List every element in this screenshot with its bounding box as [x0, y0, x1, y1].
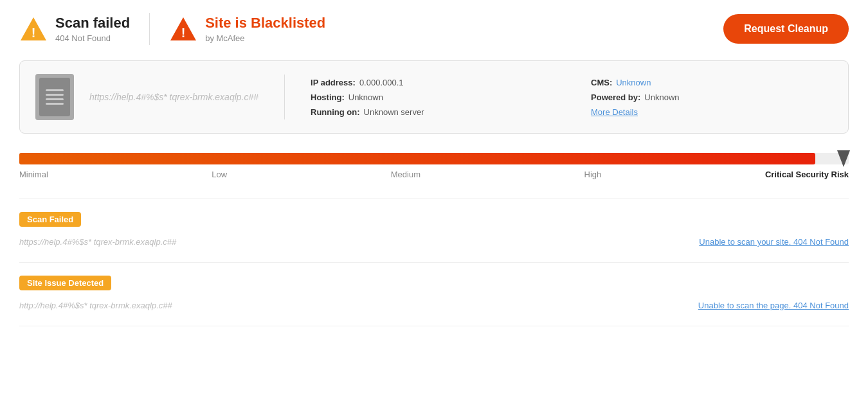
- site-url-block: https://help.4#%$s* tqrex-brmk.exaqlp.c#…: [89, 92, 258, 102]
- risk-label-low: Low: [212, 170, 227, 179]
- scan-failed-text: Scan failed 404 Not Found: [55, 15, 130, 42]
- issues-section: Scan Failed https://help.4#%$s* tqrex-br…: [19, 199, 849, 326]
- hosting-row: Hosting: Unknown: [311, 93, 552, 102]
- ip-label: IP address:: [311, 78, 356, 87]
- scan-failed-subtitle: 404 Not Found: [55, 33, 130, 43]
- more-details-link[interactable]: More Details: [591, 107, 638, 117]
- svg-text:!: !: [181, 26, 186, 40]
- powered-by-label: Powered by:: [591, 93, 640, 102]
- cms-value: Unknown: [616, 78, 651, 87]
- header-divider: [149, 13, 150, 45]
- hosting-value: Unknown: [348, 93, 383, 102]
- scan-failed-url: https://help.4#%$s* tqrex-brmk.exaqlp.c#…: [19, 237, 176, 247]
- ip-value: 0.000.000.1: [359, 78, 404, 87]
- scan-failed-block: ! Scan failed 404 Not Found: [19, 15, 130, 43]
- risk-label-minimal: Minimal: [19, 170, 48, 179]
- site-issue-url: http://help.4#%$s* tqrex-brmk.exaqlp.c##: [19, 301, 172, 310]
- svg-text:!: !: [32, 26, 36, 40]
- risk-label-critical: Critical Security Risk: [765, 170, 849, 179]
- running-on-value: Unknown server: [364, 107, 424, 117]
- site-document-icon: [35, 74, 74, 120]
- site-issue-link[interactable]: Unable to scan the page. 404 Not Found: [698, 301, 849, 310]
- blacklisted-subtitle: by McAfee: [205, 33, 325, 43]
- scan-failed-badge: Scan Failed: [19, 212, 81, 227]
- risk-bar-indicator: [837, 150, 850, 167]
- scan-failed-issue-row: https://help.4#%$s* tqrex-brmk.exaqlp.c#…: [19, 234, 849, 249]
- risk-bar-section: Minimal Low Medium High Critical Securit…: [19, 153, 849, 179]
- blacklisted-title: Site is Blacklisted: [205, 15, 325, 31]
- warning-red-icon: !: [169, 15, 197, 43]
- blacklisted-block: ! Site is Blacklisted by McAfee: [169, 15, 325, 43]
- header-left: ! Scan failed 404 Not Found ! Site is Bl…: [19, 13, 325, 45]
- hosting-label: Hosting:: [311, 93, 345, 102]
- site-info-card: https://help.4#%$s* tqrex-brmk.exaqlp.c#…: [19, 60, 849, 134]
- risk-bar-track: [19, 153, 849, 164]
- site-issue-row: http://help.4#%$s* tqrex-brmk.exaqlp.c##…: [19, 298, 849, 313]
- blacklisted-text: Site is Blacklisted by McAfee: [205, 15, 325, 42]
- powered-by-value: Unknown: [644, 93, 679, 102]
- powered-by-row: Powered by: Unknown: [591, 93, 833, 102]
- running-on-label: Running on:: [311, 107, 360, 117]
- scan-failed-issue-link[interactable]: Unable to scan your site. 404 Not Found: [699, 237, 849, 247]
- more-details-row[interactable]: More Details: [591, 107, 833, 117]
- cms-row: CMS: Unknown: [591, 78, 833, 87]
- scan-failed-title: Scan failed: [55, 15, 130, 31]
- risk-bar-fill: [19, 153, 815, 164]
- issue-scan-failed: Scan Failed https://help.4#%$s* tqrex-br…: [19, 199, 849, 262]
- ip-row: IP address: 0.000.000.1: [311, 78, 552, 87]
- risk-labels: Minimal Low Medium High Critical Securit…: [19, 170, 849, 179]
- site-meta-grid: IP address: 0.000.000.1 CMS: Unknown Hos…: [311, 78, 833, 117]
- risk-label-high: High: [584, 170, 602, 179]
- card-divider: [284, 75, 285, 119]
- risk-label-medium: Medium: [391, 170, 420, 179]
- header-row: ! Scan failed 404 Not Found ! Site is Bl…: [19, 13, 849, 45]
- issue-site-issue-detected: Site Issue Detected http://help.4#%$s* t…: [19, 262, 849, 326]
- warning-orange-icon: !: [19, 15, 48, 43]
- request-cleanup-button[interactable]: Request Cleanup: [723, 14, 849, 44]
- running-on-row: Running on: Unknown server: [311, 107, 552, 117]
- site-url: https://help.4#%$s* tqrex-brmk.exaqlp.c#…: [89, 92, 258, 102]
- site-issue-badge: Site Issue Detected: [19, 276, 111, 290]
- cms-label: CMS:: [591, 78, 612, 87]
